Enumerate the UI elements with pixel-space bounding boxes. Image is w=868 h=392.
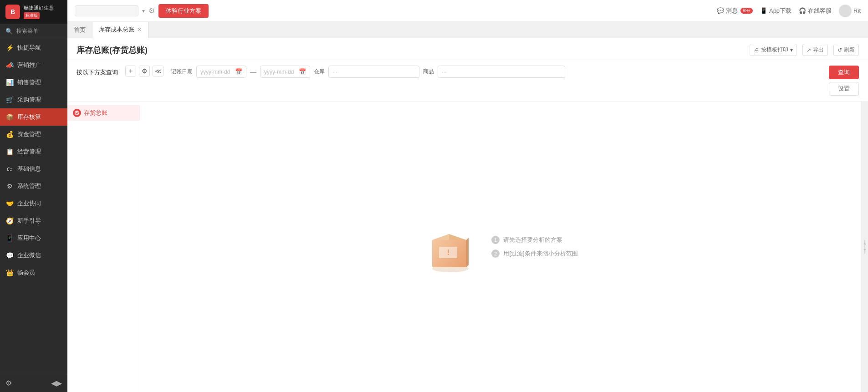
main-area: ▾ ⚙ 体验行业方案 💬 消息 99+ 📱 App下载 🎧 在线客服 Rit bbox=[67, 0, 868, 392]
scheme-item-inventory-ledger[interactable]: 存货总账 bbox=[67, 105, 140, 121]
phone-icon: 📱 bbox=[760, 7, 767, 14]
online-service-item[interactable]: 🎧 在线客服 bbox=[799, 7, 832, 15]
basic-info-icon: 🗂 bbox=[5, 165, 14, 173]
sidebar-bottom: ⚙ ◀▶ bbox=[0, 374, 67, 392]
headset-icon: 🎧 bbox=[799, 7, 806, 14]
tab-close-icon[interactable]: ✕ bbox=[137, 26, 142, 33]
search-menu-label: 搜索菜单 bbox=[16, 27, 38, 35]
sidebar-item-label: 应用中心 bbox=[17, 234, 41, 242]
printer-icon: 🖨 bbox=[754, 47, 759, 53]
logo-icon: B bbox=[5, 5, 20, 19]
message-item[interactable]: 💬 消息 99+ bbox=[717, 7, 753, 15]
industry-solution-button[interactable]: 体验行业方案 bbox=[158, 4, 209, 18]
sidebar-item-marketing[interactable]: 📣 营销推广 bbox=[0, 56, 67, 74]
online-service-label: 在线客服 bbox=[808, 7, 832, 15]
page-content: 库存总账(存货总账) 🖨 按模板打印 ▾ ↗ 导出 ↺ 刷新 按以下方案查询 bbox=[67, 38, 868, 392]
version-badge: 标准版 bbox=[24, 12, 40, 19]
sidebar-item-member[interactable]: 👑 畅会员 bbox=[0, 264, 67, 281]
user-name-label: Rit bbox=[853, 7, 861, 14]
scheme-panel: 存货总账 bbox=[67, 102, 140, 392]
filter-row-1: 记账日期 yyyy-mm-dd 📅 — yyyy-mm-dd 📅 仓库 ··· … bbox=[171, 66, 818, 78]
filter-settings-button[interactable]: ⚙ bbox=[139, 66, 150, 76]
query-button[interactable]: 查询 bbox=[829, 66, 859, 79]
sidebar-item-label: 库存核算 bbox=[17, 113, 41, 121]
collapse-icon[interactable]: ◀▶ bbox=[51, 379, 62, 387]
hint-number-1: 1 bbox=[491, 236, 500, 244]
nav-search-input[interactable] bbox=[75, 5, 138, 16]
print-dropdown-icon: ▾ bbox=[790, 47, 793, 53]
sidebar-item-quick-nav[interactable]: ⚡ 快捷导航 bbox=[0, 39, 67, 56]
date-start-input[interactable]: yyyy-mm-dd 📅 bbox=[196, 66, 246, 78]
search-icon: 🔍 bbox=[5, 28, 13, 35]
tab-home-label: 首页 bbox=[74, 26, 86, 34]
sidebar-item-label: 新手引导 bbox=[17, 217, 41, 225]
warehouse-label: 仓库 bbox=[314, 68, 325, 76]
goods-label: 商品 bbox=[423, 68, 434, 76]
warehouse-select[interactable]: ··· bbox=[328, 66, 419, 78]
sidebar-item-label: 销售管理 bbox=[17, 78, 41, 87]
sidebar-item-finance[interactable]: 💰 资金管理 bbox=[0, 126, 67, 143]
sidebar-item-label: 经营管理 bbox=[17, 148, 41, 156]
empty-illustration: ! bbox=[423, 219, 478, 274]
sidebar-item-label: 快捷导航 bbox=[17, 44, 41, 52]
sidebar-logo: B 畅捷通好生意 标准版 bbox=[0, 0, 67, 24]
apps-icon: 📱 bbox=[5, 234, 14, 242]
sidebar-search[interactable]: 🔍 搜索菜单 bbox=[0, 24, 67, 39]
filter-collapse-button[interactable]: ≪ bbox=[153, 66, 163, 76]
settings-bottom-icon[interactable]: ⚙ bbox=[5, 379, 12, 387]
sidebar-item-label: 企业微信 bbox=[17, 251, 41, 260]
filter-add-button[interactable]: ＋ bbox=[125, 66, 136, 76]
date-end-input[interactable]: yyyy-mm-dd 📅 bbox=[260, 66, 310, 78]
gear-icon[interactable]: ⚙ bbox=[148, 6, 155, 15]
sidebar: B 畅捷通好生意 标准版 🔍 搜索菜单 ⚡ 快捷导航 📣 营销推广 📊 销售管理… bbox=[0, 0, 67, 392]
breadcrumb-nav: ▾ ⚙ bbox=[75, 5, 155, 16]
topbar: ▾ ⚙ 体验行业方案 💬 消息 99+ 📱 App下载 🎧 在线客服 Rit bbox=[67, 0, 868, 22]
sidebar-item-wechat[interactable]: 💬 企业微信 bbox=[0, 247, 67, 264]
date-separator: — bbox=[250, 68, 256, 76]
sidebar-item-cooperation[interactable]: 🤝 企业协同 bbox=[0, 195, 67, 212]
sidebar-item-inventory[interactable]: 📦 库存核算 bbox=[0, 108, 67, 126]
sidebar-item-operations[interactable]: 📋 经营管理 bbox=[0, 143, 67, 160]
svg-text:!: ! bbox=[447, 249, 449, 256]
topbar-right: 💬 消息 99+ 📱 App下载 🎧 在线客服 Rit bbox=[717, 5, 861, 17]
user-avatar-item[interactable]: Rit bbox=[839, 5, 861, 17]
tab-inventory-ledger[interactable]: 库存成本总账 ✕ bbox=[92, 22, 148, 38]
goods-select[interactable]: ··· bbox=[438, 66, 565, 78]
filter-action-buttons: 查询 设置 bbox=[829, 66, 859, 96]
app-download-item[interactable]: 📱 App下载 bbox=[760, 7, 791, 15]
page-title: 库存总账(存货总账) bbox=[77, 45, 148, 56]
settings-button[interactable]: 设置 bbox=[829, 82, 859, 96]
export-button[interactable]: ↗ 导出 bbox=[802, 44, 828, 56]
sidebar-item-basic-info[interactable]: 🗂 基础信息 bbox=[0, 160, 67, 178]
print-button[interactable]: 🖨 按模板打印 ▾ bbox=[750, 44, 797, 56]
sidebar-item-label: 营销推广 bbox=[17, 61, 41, 69]
tab-inventory-ledger-label: 库存成本总账 bbox=[99, 25, 134, 34]
refresh-button[interactable]: ↺ 刷新 bbox=[833, 44, 859, 56]
empty-hint-1: 1 请先选择要分析的方案 bbox=[491, 236, 577, 244]
hint-text-1: 请先选择要分析的方案 bbox=[503, 236, 562, 244]
operations-icon: 📋 bbox=[5, 148, 14, 156]
sidebar-item-apps[interactable]: 📱 应用中心 bbox=[0, 229, 67, 247]
system-icon: ⚙ bbox=[5, 182, 14, 190]
empty-hint-2: 2 用[过滤]条件来缩小分析范围 bbox=[491, 249, 577, 258]
sidebar-item-sales[interactable]: 📊 销售管理 bbox=[0, 74, 67, 91]
filter-add-icons: ＋ ⚙ ≪ bbox=[125, 66, 163, 76]
tabbar: 首页 库存成本总账 ✕ bbox=[67, 22, 868, 38]
purchase-icon: 🛒 bbox=[5, 96, 14, 104]
filter-area: 按以下方案查询 ＋ ⚙ ≪ 记账日期 yyyy-mm-dd 📅 — yyyy-m… bbox=[67, 60, 868, 102]
sidebar-item-label: 基础信息 bbox=[17, 165, 41, 173]
finance-icon: 💰 bbox=[5, 130, 14, 138]
hint-number-2: 2 bbox=[491, 249, 500, 258]
sidebar-item-label: 系统管理 bbox=[17, 182, 41, 190]
message-icon: 💬 bbox=[717, 7, 724, 14]
sidebar-item-purchase[interactable]: 🛒 采购管理 bbox=[0, 91, 67, 108]
right-panel-toggle[interactable] bbox=[861, 102, 868, 392]
chevron-down-icon[interactable]: ▾ bbox=[142, 8, 145, 14]
app-download-label: App下载 bbox=[769, 7, 791, 15]
filter-inputs: 记账日期 yyyy-mm-dd 📅 — yyyy-mm-dd 📅 仓库 ··· … bbox=[171, 66, 818, 78]
sidebar-item-system[interactable]: ⚙ 系统管理 bbox=[0, 178, 67, 195]
tab-home[interactable]: 首页 bbox=[67, 22, 92, 38]
inventory-icon: 📦 bbox=[5, 113, 14, 121]
member-icon: 👑 bbox=[5, 269, 14, 277]
sidebar-item-guide[interactable]: 🧭 新手引导 bbox=[0, 212, 67, 229]
